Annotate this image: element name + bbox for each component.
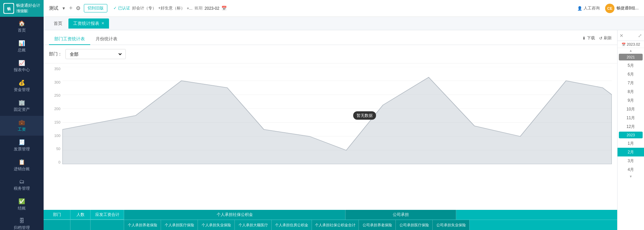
sidebar-item-settlement-label: 结账 (18, 205, 26, 211)
month-2021-10[interactable]: 10月 (618, 105, 644, 113)
col-count-sub (70, 220, 91, 230)
certified-status: ✓ 已认证 (113, 5, 130, 11)
calendar-nav-up[interactable]: ▲ (618, 48, 644, 53)
topbar-settings-icon[interactable]: ⚙ (76, 5, 80, 11)
refresh-icon: ↺ (599, 36, 602, 41)
col-company-unemployment: 公司承担失业保险 (433, 220, 470, 230)
panel-expand-btn[interactable]: ⤢ (638, 33, 642, 38)
month-2021-07[interactable]: 7月 (618, 79, 644, 87)
month-2021-12[interactable]: 12月 (618, 122, 644, 131)
sidebar-item-invoice-label: 发票管理 (14, 146, 30, 152)
sidebar-item-settlement[interactable]: ✅ 结账 (0, 195, 44, 215)
col-dept: 部门 (44, 210, 70, 220)
y-label-50: 50 (56, 147, 60, 151)
y-axis: 350 300 250 200 150 100 50 0 (49, 67, 62, 164)
col-company-medical: 公司承担医疗保险 (396, 220, 433, 230)
refresh-btn[interactable]: ↺ 刷新 (599, 35, 612, 41)
chart-container: 350 300 250 200 150 100 50 0 (49, 67, 612, 174)
topbar-right: 👤 人工咨询 CE 畅捷通B组... (577, 4, 639, 13)
month-2021-11[interactable]: 11月 (618, 113, 644, 122)
logo-icon: 畅 (3, 3, 14, 14)
topbar-add-btn[interactable]: + (69, 5, 73, 12)
bottom-table: 部门 人数 应发工资合计 个人承担社保公积金 公司承担 (44, 210, 617, 230)
username: 畅捷通B组... (616, 5, 639, 11)
year-2023-tag: 2023 (619, 132, 643, 138)
toolbar-actions: ⬇ 下载 ↺ 刷新 (582, 35, 612, 43)
sub-tab-dept-stats[interactable]: 部门工资统计表 (49, 34, 90, 45)
topbar: 测试 ▼ + ⚙ 切到旧版 ✓ 已认证 好会计（专） +好生意（标） +... … (44, 0, 644, 17)
chart-wrapper: 350 300 250 200 150 100 50 0 (44, 63, 617, 210)
more-status: +... (187, 6, 193, 11)
tabbar: 首页 工资统计报表 ✕ (44, 17, 644, 30)
sidebar-item-fund-mgmt[interactable]: 💰 资金管理 (0, 76, 44, 96)
download-btn[interactable]: ⬇ 下载 (582, 35, 595, 41)
y-label-300: 300 (54, 80, 60, 84)
y-label-150: 150 (54, 120, 60, 124)
sidebar-item-home[interactable]: 🏠 首页 (0, 17, 44, 37)
sidebar-item-report-center[interactable]: 📈 报表中心 (0, 56, 44, 76)
tab-close-btn[interactable]: ✕ (101, 21, 104, 26)
sidebar-item-fund-label: 资金管理 (14, 87, 30, 93)
sidebar-item-payroll[interactable]: 💼 工资 (0, 116, 44, 136)
tab-home[interactable]: 首页 (49, 18, 67, 29)
dept-filter-label: 部门： (49, 51, 62, 57)
month-2023-01[interactable]: 1月 (618, 139, 644, 148)
col-company-pension: 公司承担养老保险 (359, 220, 396, 230)
month-2023-02[interactable]: 2月 (618, 148, 644, 156)
y-label-350: 350 (54, 67, 60, 71)
good-account-status: 好会计（专） (132, 5, 156, 11)
sidebar-item-sales-label: 进销台账 (14, 166, 30, 172)
right-panel: ✕ ⤢ 📅 2023.02 ▲ 2021 5月 6月 7月 8月 (617, 30, 644, 230)
panel-close-btn[interactable]: ✕ (620, 33, 624, 38)
col-personal-pension: 个人承担养老保险 (124, 220, 161, 230)
y-label-200: 200 (54, 107, 60, 111)
sidebar-nav: 🏠 首页 📊 总账 📈 报表中心 💰 资金管理 🏢 固定资产 💼 工资 🧾 发票… (0, 17, 44, 230)
user-profile[interactable]: CE 畅捷通B组... (605, 4, 639, 13)
report-icon: 📈 (18, 60, 25, 66)
help-icon: 👤 (577, 6, 582, 11)
ledger-icon: 📊 (18, 40, 25, 46)
col-count: 人数 (70, 210, 91, 220)
home-icon: 🏠 (18, 20, 25, 27)
help-btn[interactable]: 👤 人工咨询 (577, 5, 600, 11)
sidebar-item-fixed-assets[interactable]: 🏢 固定资产 (0, 96, 44, 116)
sidebar-item-home-label: 首页 (18, 28, 26, 33)
table-header-row2: 个人承担养老保险 个人承担医疗保险 个人承担失业保险 个人承担大额医疗 个人承担… (44, 220, 617, 230)
sidebar-item-ledger-label: 总账 (18, 47, 26, 53)
sidebar-item-invoice[interactable]: 🧾 发票管理 (0, 136, 44, 155)
month-2021-05[interactable]: 5月 (618, 61, 644, 70)
topbar-dropdown[interactable]: ▼ (62, 6, 66, 11)
page-content: 部门工资统计表 月份统计表 ⬇ 下载 ↺ 刷新 (44, 30, 617, 230)
sidebar-item-payroll-label: 工资 (18, 127, 26, 132)
svg-text:畅: 畅 (7, 7, 11, 11)
col-dept-sub (44, 220, 70, 230)
dept-filter-select[interactable]: 全部 (65, 49, 126, 59)
main-content: 测试 ▼ + ⚙ 切到旧版 ✓ 已认证 好会计（专） +好生意（标） +... … (44, 0, 644, 230)
chart-svg-wrapper: 暂无数据 (62, 67, 612, 164)
switch-version-btn[interactable]: 切到旧版 (84, 4, 107, 12)
col-group-personal: 个人承担社保公积金 (124, 210, 345, 220)
payroll-icon: 💼 (18, 119, 25, 126)
sidebar-item-archive[interactable]: 🗄 归档管理 (0, 215, 44, 230)
month-2021-06[interactable]: 6月 (618, 70, 644, 79)
dept-select[interactable]: 全部 (68, 49, 123, 59)
calendar-current-date: 📅 2023.02 (618, 41, 644, 48)
good-business-status: +好生意（标） (158, 5, 185, 11)
calendar-icon-sm: 📅 (622, 43, 626, 46)
calendar-icon[interactable]: 📅 (221, 6, 227, 11)
sub-tab-monthly-stats[interactable]: 月份统计表 (90, 34, 123, 45)
month-2021-08[interactable]: 8月 (618, 87, 644, 96)
month-2023-03[interactable]: 3月 (618, 156, 644, 165)
sidebar-item-tax-mgmt[interactable]: 🗂 税务管理 (0, 175, 44, 195)
sidebar-item-tax-label: 税务管理 (14, 186, 30, 191)
month-2021-09[interactable]: 9月 (618, 96, 644, 105)
sidebar-item-sales-ledger[interactable]: 📋 进销台账 (0, 155, 44, 175)
sidebar: 畅 畅捷通好会计 专业版 🏠 首页 📊 总账 📈 报表中心 💰 资金管理 🏢 固… (0, 0, 44, 230)
month-2023-04[interactable]: 4月 (618, 165, 644, 174)
col-personal-major-medical: 个人承担大额医疗 (235, 220, 272, 230)
calendar-nav-down[interactable]: ▼ (618, 174, 644, 179)
tab-payroll-stats[interactable]: 工资统计报表 ✕ (68, 18, 109, 29)
sidebar-item-general-ledger[interactable]: 📊 总账 (0, 37, 44, 56)
avatar: CE (605, 4, 614, 13)
y-label-250: 250 (54, 93, 60, 97)
